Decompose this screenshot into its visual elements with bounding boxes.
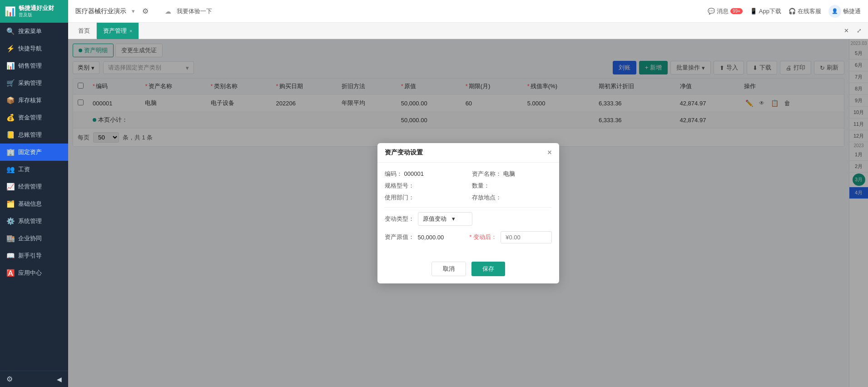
asset-value-display: 50,000.00 <box>418 234 459 241</box>
change-type-row: 变动类型： 原值变动 ▾ <box>385 212 552 226</box>
sidebar-label-purchase: 采购管理 <box>18 79 42 87</box>
cloud-icon: ☁ <box>165 8 171 15</box>
tab-home[interactable]: 首页 <box>72 23 97 39</box>
modal-close-btn[interactable]: × <box>547 149 551 157</box>
tab-expand-btn[interactable]: ⤢ <box>853 25 864 36</box>
modal-name-label: 资产名称： <box>472 170 501 178</box>
modal-footer: 取消 保存 <box>377 256 559 283</box>
app-download-label: App下载 <box>759 7 781 15</box>
guide-icon: 📖 <box>6 252 15 260</box>
username-label: 畅捷通 <box>843 7 861 15</box>
sidebar-label-quicknav: 快捷导航 <box>18 45 42 53</box>
sidebar-item-sales[interactable]: 📊 销售管理 <box>0 57 68 74</box>
sidebar-item-ledger[interactable]: 📒 总账管理 <box>0 126 68 144</box>
message-label: 消息 <box>717 7 729 15</box>
avatar-circle: 👤 <box>828 5 841 18</box>
modal-info-grid: 编码： 000001 资产名称： 电脑 规格型号： 数量： <box>385 170 552 202</box>
appstore-icon: 🅰️ <box>6 269 15 277</box>
modal-spec-label: 规格型号： <box>385 182 414 190</box>
sidebar-item-system[interactable]: ⚙️ 系统管理 <box>0 213 68 230</box>
sidebar-label-inventory: 库存核算 <box>18 96 42 104</box>
sales-icon: 📊 <box>6 62 15 70</box>
change-type-select[interactable]: 原值变动 ▾ <box>418 212 472 226</box>
tab-close-icon[interactable]: × <box>129 28 132 34</box>
online-service-btn[interactable]: 🎧 在线客服 <box>789 7 821 15</box>
modal-qty-item: 数量： <box>472 182 552 190</box>
corp-icon: 🏬 <box>6 234 15 243</box>
experience-text[interactable]: 我要体验一下 <box>177 7 212 15</box>
sidebar-item-biz[interactable]: 📈 经营管理 <box>0 178 68 195</box>
sidebar-item-corp[interactable]: 🏬 企业协同 <box>0 230 68 247</box>
modal-divider <box>385 207 552 208</box>
modal-body: 编码： 000001 资产名称： 电脑 规格型号： 数量： <box>377 163 559 256</box>
message-badge: 99+ <box>730 8 743 14</box>
main-area: 医疗器械行业演示 ▾ ⚙ ☁ 我要体验一下 💬 消息 99+ 📱 App下载 🎧… <box>68 0 868 387</box>
modal-code-item: 编码： 000001 <box>385 170 465 178</box>
headset-icon: 🎧 <box>789 8 796 15</box>
assets-icon: 🏢 <box>6 148 15 156</box>
settings-icon[interactable]: ⚙ <box>6 375 13 383</box>
funds-icon: 💰 <box>6 114 15 122</box>
sidebar-label-search: 搜索菜单 <box>18 27 42 35</box>
asset-value-label: 资产原值： <box>385 233 414 241</box>
sidebar-label-basic: 基础信息 <box>18 200 42 208</box>
sidebar-item-search[interactable]: 🔍 搜索菜单 <box>0 23 68 40</box>
sidebar-item-funds[interactable]: 💰 资金管理 <box>0 109 68 126</box>
sidebar-label-biz: 经营管理 <box>18 183 42 191</box>
sidebar-item-quicknav[interactable]: ⚡ 快捷导航 <box>0 40 68 57</box>
after-value-input[interactable] <box>501 231 551 243</box>
sidebar-label-payroll: 工资 <box>18 165 30 174</box>
tab-collapse-btn[interactable]: ✕ <box>841 25 852 36</box>
sidebar-scroll: 🔍 搜索菜单 ⚡ 快捷导航 📊 销售管理 🛒 采购管理 📦 库存核算 💰 资金管… <box>0 23 68 371</box>
system-icon: ⚙️ <box>6 217 15 225</box>
settings-gear-icon[interactable]: ⚙ <box>142 7 149 15</box>
after-label: * 变动后： <box>470 233 497 241</box>
payroll-icon: 👥 <box>6 165 15 174</box>
modal-location-label: 存放地点： <box>472 194 501 202</box>
dropdown-icon[interactable]: ▾ <box>132 8 135 15</box>
change-type-label: 变动类型： <box>385 215 414 223</box>
save-button[interactable]: 保存 <box>471 262 505 276</box>
tab-asset-management[interactable]: 资产管理 × <box>97 23 139 39</box>
modal-name-item: 资产名称： 电脑 <box>472 170 552 178</box>
sidebar-item-purchase[interactable]: 🛒 采购管理 <box>0 74 68 92</box>
modal-name-value: 电脑 <box>503 170 515 178</box>
logo-title: 畅捷通好业财 <box>19 5 54 12</box>
sidebar-item-inventory[interactable]: 📦 库存核算 <box>0 92 68 109</box>
modal-code-label: 编码： <box>385 170 402 178</box>
sidebar-label-funds: 资金管理 <box>18 114 42 122</box>
modal-spec-item: 规格型号： <box>385 182 465 190</box>
sidebar-item-assets[interactable]: 🏢 固定资产 <box>0 144 68 161</box>
tabs-bar: 首页 资产管理 × ✕ ⤢ <box>68 23 868 39</box>
sidebar-label-sales: 销售管理 <box>18 62 42 70</box>
sidebar-logo: 📊 畅捷通好业财 普及版 <box>0 0 68 23</box>
sidebar-item-guide[interactable]: 📖 新手引导 <box>0 247 68 264</box>
modal-dept-item: 使用部门： <box>385 194 465 202</box>
search-icon: 🔍 <box>6 27 15 35</box>
biz-icon: 📈 <box>6 183 15 191</box>
sidebar-label-guide: 新手引导 <box>18 252 42 260</box>
asset-change-modal: 资产变动设置 × 编码： 000001 资产名称： 电脑 <box>377 143 559 283</box>
quicknav-icon: ⚡ <box>6 45 15 53</box>
app-download-btn[interactable]: 📱 App下载 <box>750 7 781 15</box>
sidebar-item-payroll[interactable]: 👥 工资 <box>0 161 68 178</box>
sidebar: 📊 畅捷通好业财 普及版 🔍 搜索菜单 ⚡ 快捷导航 📊 销售管理 🛒 采购管理… <box>0 0 68 387</box>
user-avatar[interactable]: 👤 畅捷通 <box>828 5 861 18</box>
inventory-icon: 📦 <box>6 96 15 104</box>
logo-subtitle: 普及版 <box>19 12 54 18</box>
modal-dept-label: 使用部门： <box>385 194 414 202</box>
sidebar-label-ledger: 总账管理 <box>18 131 42 139</box>
message-btn[interactable]: 💬 消息 99+ <box>708 7 743 15</box>
tab-home-label: 首页 <box>78 27 90 35</box>
sidebar-item-appstore[interactable]: 🅰️ 应用中心 <box>0 264 68 282</box>
online-service-label: 在线客服 <box>798 7 821 15</box>
change-type-chevron: ▾ <box>452 215 455 222</box>
tab-asset-label: 资产管理 <box>103 27 127 35</box>
cancel-button[interactable]: 取消 <box>432 262 466 276</box>
modal-location-item: 存放地点： <box>472 194 552 202</box>
sidebar-label-assets: 固定资产 <box>18 148 42 156</box>
sidebar-item-basic[interactable]: 🗂️ 基础信息 <box>0 195 68 213</box>
topbar-right: 💬 消息 99+ 📱 App下载 🎧 在线客服 👤 畅捷通 <box>708 5 861 18</box>
sidebar-footer: ⚙ ◀ <box>0 371 68 387</box>
collapse-icon[interactable]: ◀ <box>57 376 62 383</box>
